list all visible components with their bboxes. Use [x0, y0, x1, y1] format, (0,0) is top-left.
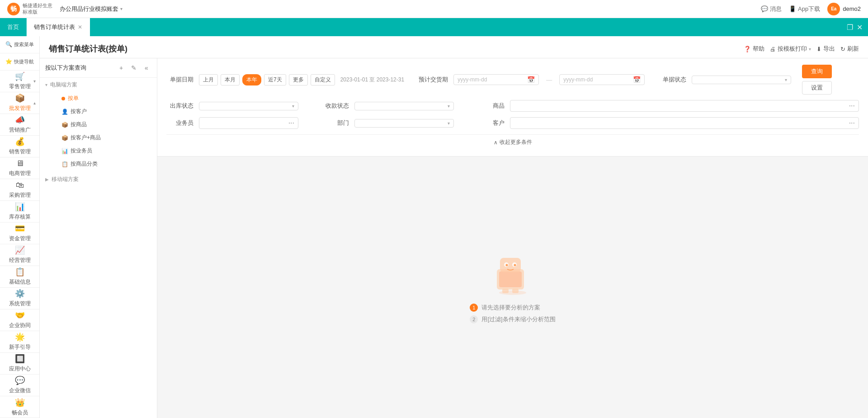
- customer-select[interactable]: ···: [510, 117, 859, 129]
- marketing-icon: 📣: [15, 115, 25, 125]
- goods-select[interactable]: ···: [510, 100, 859, 112]
- filter-area: 单据日期 上月 本月 本年 近7天 更多 自定义 2023-01-01 至 20…: [157, 58, 868, 157]
- collapse-panel-button[interactable]: «: [142, 63, 151, 73]
- empty-tips: 1 请先选择要分析的方案 2 用[过滤]条件来缩小分析范围: [470, 304, 555, 323]
- scheme-by-category[interactable]: 📋 按商品分类: [51, 157, 157, 171]
- close-window-icon[interactable]: ✕: [857, 23, 863, 32]
- sidebar-item-wholesale[interactable]: 📦 批发管理 ▴: [0, 92, 39, 114]
- calendar-start-icon[interactable]: 📅: [527, 76, 535, 83]
- message-button[interactable]: 💬 消息: [761, 5, 782, 13]
- sidebar-item-appstore[interactable]: 🔲 应用中心: [0, 353, 39, 375]
- date-last-month-btn[interactable]: 上月: [199, 74, 218, 86]
- inventory-icon: 📊: [15, 202, 25, 212]
- salesperson-select[interactable]: ···: [199, 117, 298, 129]
- department-select[interactable]: ▾: [354, 119, 454, 128]
- scheme-by-customer-product[interactable]: 📦 按客户+商品: [51, 131, 157, 144]
- tab-home[interactable]: 首页: [0, 18, 27, 36]
- help-button[interactable]: ❓ 帮助: [744, 45, 764, 53]
- app-selector[interactable]: 办公用品行业模拟账套 ▾: [56, 3, 126, 15]
- goods-more-icon[interactable]: ···: [849, 102, 855, 110]
- retail-expand-icon: ▾: [33, 79, 36, 84]
- avatar: Ea: [827, 3, 840, 15]
- date-end-input-group[interactable]: 📅: [559, 74, 645, 85]
- sidebar-item-sales[interactable]: 💰 销售管理: [0, 136, 39, 157]
- date-end-input[interactable]: [563, 76, 631, 83]
- right-panel: 单据日期 上月 本月 本年 近7天 更多 自定义 2023-01-01 至 20…: [157, 58, 868, 418]
- salesperson-more-icon[interactable]: ···: [288, 119, 294, 127]
- refresh-icon: ↻: [840, 46, 845, 52]
- edit-scheme-button[interactable]: ✎: [129, 63, 139, 73]
- scheme-by-product[interactable]: 📦 按商品: [51, 118, 157, 131]
- scheme-by-salesperson[interactable]: 📊 按业务员: [51, 144, 157, 157]
- date-custom-btn[interactable]: 自定义: [311, 74, 335, 86]
- content-area: 销售订单统计表(按单) ❓ 帮助 🖨 按模板打印 ▾ ⬇ 导出 ↻ 刷新: [40, 36, 868, 418]
- download-icon: 📱: [789, 5, 796, 12]
- tab-sales-order-stat[interactable]: 销售订单统计表 ✕: [27, 18, 90, 36]
- payment-status-select[interactable]: ▾: [354, 102, 454, 110]
- sidebar-item-retail[interactable]: 🛒 零售管理 ▾: [0, 71, 39, 92]
- filter-row-2: 出库状态 ▾ 收款状态 ▾ 商品 ···: [166, 100, 859, 112]
- date-this-year-btn[interactable]: 本年: [242, 74, 261, 86]
- order-status-select[interactable]: ▾: [692, 76, 791, 84]
- sidebar-item-basic[interactable]: 📋 基础信息: [0, 266, 39, 288]
- ecommerce-icon: 🖥: [16, 159, 24, 168]
- user-area[interactable]: Ea demo2: [827, 3, 861, 15]
- sidebar-item-purchase[interactable]: 🛍 采购管理: [0, 179, 39, 201]
- sidebar-nav-shortcut[interactable]: ⭐ 快捷导航: [0, 53, 39, 71]
- sidebar-item-finance[interactable]: 💳 资金管理: [0, 223, 39, 244]
- data-area: 1 请先选择要分析的方案 2 用[过滤]条件来缩小分析范围: [157, 157, 868, 418]
- date-start-input[interactable]: [458, 76, 525, 83]
- collapse-filter-button[interactable]: ∧ 收起更多条件: [166, 134, 859, 150]
- mobile-section-arrow: ▶: [45, 177, 49, 182]
- left-panel-actions: + ✎ «: [116, 63, 151, 73]
- sidebar-item-operation[interactable]: 📈 经营管理: [0, 244, 39, 266]
- empty-tip-2: 2 用[过滤]条件来缩小分析范围: [470, 315, 555, 323]
- system-icon: ⚙️: [15, 289, 25, 299]
- print-chevron-icon: ▾: [809, 47, 811, 52]
- query-button[interactable]: 查询: [802, 65, 832, 78]
- date-last-7-days-btn[interactable]: 近7天: [264, 74, 286, 86]
- calendar-end-icon[interactable]: 📅: [633, 76, 641, 83]
- sidebar-item-inventory[interactable]: 📊 库存核算: [0, 201, 39, 223]
- refresh-button[interactable]: ↻ 刷新: [840, 45, 859, 53]
- ship-status-label: 出库状态: [166, 102, 193, 110]
- order-date-label: 单据日期: [166, 76, 193, 84]
- sidebar-item-newbie[interactable]: 🌟 新手引导: [0, 331, 39, 353]
- sidebar-item-system[interactable]: ⚙️ 系统管理: [0, 288, 39, 309]
- customer-more-icon[interactable]: ···: [849, 119, 855, 127]
- filter-row-1: 单据日期 上月 本月 本年 近7天 更多 自定义 2023-01-01 至 20…: [166, 65, 859, 95]
- export-button[interactable]: ⬇ 导出: [816, 45, 835, 53]
- sidebar-item-wechat[interactable]: 💬 企业微信: [0, 375, 39, 396]
- pc-section-label: ▾ 电脑端方案: [40, 78, 157, 92]
- print-button[interactable]: 🖨 按模板打印 ▾: [770, 45, 811, 53]
- restore-window-icon[interactable]: ❐: [847, 23, 853, 32]
- sales-icon: 💰: [15, 137, 25, 147]
- operation-icon: 📈: [15, 245, 25, 255]
- add-scheme-button[interactable]: +: [116, 63, 126, 73]
- top-bar-left: 畅 畅捷通好生意 标准版 办公用品行业模拟账套 ▾: [7, 3, 126, 15]
- date-more-btn[interactable]: 更多: [289, 74, 308, 86]
- ship-status-select[interactable]: ▾: [199, 102, 298, 110]
- user-name[interactable]: demo2: [843, 5, 861, 12]
- scheme-by-order[interactable]: 按单: [51, 92, 157, 105]
- sidebar-search[interactable]: 🔍 搜索菜单: [0, 36, 39, 53]
- app-download-button[interactable]: 📱 App下载: [789, 5, 820, 13]
- page-header: 销售订单统计表(按单) ❓ 帮助 🖨 按模板打印 ▾ ⬇ 导出 ↻ 刷新: [40, 36, 868, 58]
- date-start-input-group[interactable]: 📅: [453, 74, 539, 85]
- page-title: 销售订单统计表(按单): [49, 43, 127, 54]
- retail-icon: 🛒: [15, 71, 25, 81]
- tab-close-icon[interactable]: ✕: [78, 24, 82, 30]
- sidebar-item-enterprise[interactable]: 🤝 企业协同: [0, 309, 39, 331]
- setting-button[interactable]: 设置: [802, 81, 832, 95]
- svg-rect-2: [499, 271, 522, 287]
- enterprise-icon: 🤝: [15, 310, 25, 320]
- sidebar-item-marketing[interactable]: 📣 营销推广: [0, 114, 39, 136]
- search-icon: 🔍: [5, 41, 12, 48]
- date-this-month-btn[interactable]: 本月: [221, 74, 240, 86]
- wholesale-expand-icon: ▴: [33, 100, 36, 105]
- scheme-by-customer[interactable]: 👤 按客户: [51, 105, 157, 118]
- empty-illustration: [486, 251, 540, 296]
- main-layout: 🔍 搜索菜单 ⭐ 快捷导航 🛒 零售管理 ▾ 📦 批发管理 ▴ 📣 营销推广 💰…: [0, 36, 868, 418]
- sidebar-item-member[interactable]: 👑 畅会员: [0, 396, 39, 418]
- sidebar-item-ecommerce[interactable]: 🖥 电商管理: [0, 157, 39, 179]
